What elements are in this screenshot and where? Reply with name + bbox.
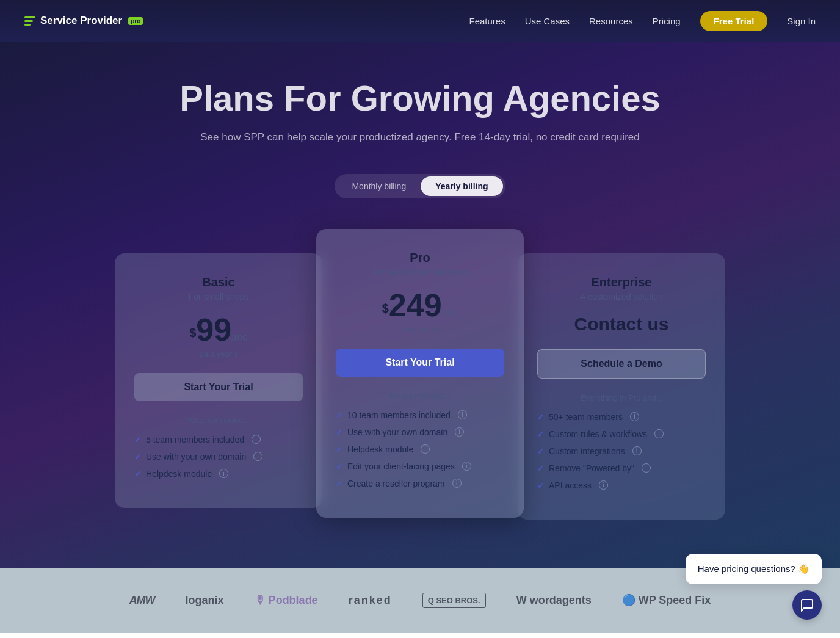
- feature-text: API access: [549, 480, 592, 490]
- list-item: ✓ 10 team members included i: [336, 410, 504, 420]
- logo-wordagents: W wordagents: [516, 594, 592, 607]
- pro-plan-subtitle: For established agencies: [336, 267, 504, 277]
- pro-plan-price: $249/mo: [336, 289, 504, 321]
- basic-feature-list: ✓ 5 team members included i ✓ Use with y…: [134, 435, 303, 479]
- info-icon[interactable]: i: [452, 479, 462, 488]
- feature-text: Helpdesk module: [347, 444, 413, 454]
- list-item: ✓ 50+ team members i: [537, 412, 706, 422]
- nav-features[interactable]: Features: [469, 16, 505, 26]
- check-icon: ✓: [537, 481, 544, 490]
- list-item: ✓ Custom integrations i: [537, 446, 706, 456]
- feature-text: 5 team members included: [146, 435, 244, 444]
- info-icon[interactable]: i: [252, 435, 261, 444]
- enterprise-plan-subtitle: A customized solution: [537, 292, 706, 302]
- info-icon[interactable]: i: [630, 412, 639, 421]
- list-item: ✓ Create a reseller program i: [336, 479, 504, 488]
- pro-currency: $: [382, 301, 389, 314]
- basic-start-trial-button[interactable]: Start Your Trial: [134, 373, 303, 401]
- basic-plan-subtitle: For small shops: [134, 292, 303, 302]
- feature-text: Use with your own domain: [146, 452, 246, 462]
- chat-bubble: Have pricing questions? 👋: [686, 554, 822, 584]
- nav-resources[interactable]: Resources: [589, 16, 633, 26]
- check-icon: ✓: [336, 479, 342, 488]
- feature-text: 10 team members included: [347, 410, 451, 420]
- check-icon: ✓: [537, 413, 544, 422]
- feature-text: 50+ team members: [549, 412, 623, 422]
- hero-title: Plans For Growing Agencies: [12, 78, 828, 119]
- info-icon[interactable]: i: [253, 452, 262, 461]
- schedule-demo-button[interactable]: Schedule a Demo: [537, 349, 706, 379]
- check-icon: ✓: [134, 452, 141, 462]
- pro-start-trial-button[interactable]: Start Your Trial: [336, 349, 504, 377]
- pro-period: /mo: [442, 308, 458, 318]
- info-icon[interactable]: i: [599, 480, 608, 490]
- basic-plan-price: $99/mo: [134, 314, 303, 346]
- feature-text: Helpdesk module: [146, 469, 212, 479]
- check-icon: ✓: [336, 428, 342, 437]
- logo[interactable]: Service Provider pro: [24, 15, 143, 27]
- pro-plan-card: Pro For established agencies $249/mo pai…: [316, 229, 524, 518]
- feature-text: Remove "Powered by": [549, 463, 634, 473]
- logo-podblade: 🎙 Podblade: [255, 594, 318, 607]
- basic-plan-title: Basic: [134, 275, 303, 289]
- logo-seobros: Q SEO BROS.: [422, 593, 486, 608]
- feature-text: Create a reseller program: [347, 479, 445, 488]
- logo-pro-badge: pro: [128, 17, 143, 25]
- pro-amount: 249: [389, 288, 442, 323]
- info-icon[interactable]: i: [632, 446, 642, 455]
- check-icon: ✓: [336, 445, 342, 454]
- hero-subtitle: See how SPP can help scale your producti…: [12, 131, 828, 143]
- list-item: ✓ Helpdesk module i: [336, 444, 504, 454]
- check-icon: ✓: [537, 447, 544, 456]
- check-icon: ✓: [336, 411, 342, 420]
- enterprise-plan-title: Enterprise: [537, 275, 706, 289]
- list-item: ✓ Remove "Powered by" i: [537, 463, 706, 473]
- billing-toggle: Monthly billing Yearly billing: [335, 174, 505, 198]
- info-icon[interactable]: i: [462, 462, 471, 471]
- free-trial-button[interactable]: Free Trial: [700, 11, 768, 31]
- basic-amount: 99: [196, 312, 231, 347]
- hero-section: Plans For Growing Agencies See how SPP c…: [0, 42, 840, 568]
- info-icon[interactable]: i: [458, 410, 467, 419]
- info-icon[interactable]: i: [642, 463, 651, 473]
- chat-widget: Have pricing questions? 👋: [686, 554, 822, 620]
- pro-whats-included: What's included...: [336, 391, 504, 401]
- info-icon[interactable]: i: [455, 427, 464, 437]
- info-icon[interactable]: i: [219, 469, 228, 478]
- info-icon[interactable]: i: [654, 429, 664, 438]
- nav-pricing[interactable]: Pricing: [653, 16, 681, 26]
- check-icon: ✓: [336, 462, 342, 471]
- feature-text: Custom rules & workflows: [549, 429, 647, 439]
- pricing-cards: Basic For small shops $99/mo paid yearly…: [84, 229, 756, 520]
- list-item: ✓ Edit your client-facing pages i: [336, 462, 504, 471]
- nav-links: Features Use Cases Resources Pricing Fre…: [469, 11, 816, 31]
- list-item: ✓ Use with your own domain i: [336, 427, 504, 437]
- logo-amw: AMW: [129, 594, 155, 607]
- logo-text: Service Provider: [40, 15, 122, 27]
- feature-text: Use with your own domain: [347, 427, 447, 437]
- basic-billing-note: paid yearly: [134, 349, 303, 358]
- enterprise-feature-list: ✓ 50+ team members i ✓ Custom rules & wo…: [537, 412, 706, 490]
- yearly-billing-option[interactable]: Yearly billing: [421, 176, 502, 196]
- pro-feature-list: ✓ 10 team members included i ✓ Use with …: [336, 410, 504, 488]
- pro-billing-note: paid yearly: [336, 325, 504, 334]
- logo-ranked: ranked: [349, 594, 392, 607]
- list-item: ✓ 5 team members included i: [134, 435, 303, 444]
- logo-icon: [24, 16, 35, 26]
- logo-loganix: loganix: [186, 594, 224, 607]
- sign-in-link[interactable]: Sign In: [787, 16, 816, 26]
- list-item: ✓ Custom rules & workflows i: [537, 429, 706, 439]
- basic-currency: $: [189, 325, 196, 339]
- chat-open-button[interactable]: [792, 590, 822, 620]
- list-item: ✓ Helpdesk module i: [134, 469, 303, 479]
- monthly-billing-option[interactable]: Monthly billing: [337, 176, 421, 196]
- feature-text: Edit your client-facing pages: [347, 462, 455, 471]
- enterprise-plan-card: Enterprise A customized solution Contact…: [518, 253, 725, 520]
- chat-icon: [800, 598, 814, 612]
- info-icon[interactable]: i: [421, 444, 430, 454]
- basic-period: /mo: [231, 332, 248, 343]
- pro-plan-title: Pro: [336, 251, 504, 265]
- check-icon: ✓: [134, 435, 141, 444]
- list-item: ✓ Use with your own domain i: [134, 452, 303, 462]
- nav-use-cases[interactable]: Use Cases: [525, 16, 570, 26]
